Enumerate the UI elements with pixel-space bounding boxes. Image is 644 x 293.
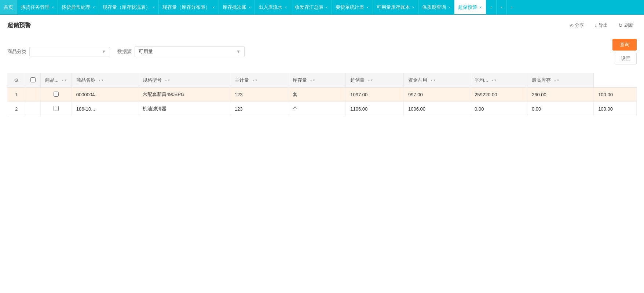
nav-item-batch[interactable]: 库存批次账 × — [219, 0, 255, 15]
col-header-capital: 资金占用 ▲▼ — [403, 73, 470, 88]
query-button[interactable]: 查询 — [612, 39, 637, 51]
table-header-row: ⚙ 商品... ▲▼ 商品名称 ▲▼ 规格型号 ▲▼ 主计 — [7, 73, 637, 88]
row-spec-1: 123 — [230, 102, 288, 116]
page-title: 超储预警 — [7, 22, 31, 29]
category-label: 商品分类 — [7, 48, 26, 55]
row-check-0[interactable] — [40, 88, 72, 102]
share-icon: ⎋ — [570, 22, 573, 28]
row-capital-1: 0.00 — [470, 102, 527, 116]
row-max-0: 100.00 — [594, 88, 637, 102]
row-avg-1: 0.00 — [527, 102, 593, 116]
col-header-check — [26, 73, 40, 88]
nav-item-stock-dist[interactable]: 现存量（库存分布表） × — [159, 0, 219, 15]
col-header-spec: 规格型号 ▲▼ — [138, 73, 230, 88]
table-row: 2 186-10... 机油滤清器 123 个 1106.00 1006.00 … — [7, 102, 637, 116]
category-select[interactable]: ▼ — [29, 47, 110, 56]
close-icon-task-mgmt[interactable]: × — [52, 5, 54, 10]
datasource-label: 数据源 — [117, 48, 132, 55]
data-table: ⚙ 商品... ▲▼ 商品名称 ▲▼ 规格型号 ▲▼ 主计 — [7, 73, 637, 116]
nav-label-overstock: 超储预警 — [458, 4, 477, 11]
export-label: 导出 — [599, 22, 608, 29]
col-header-gear: ⚙ — [7, 73, 26, 88]
category-dropdown-arrow: ▼ — [102, 49, 106, 54]
row-gear-1 — [26, 102, 40, 116]
row-checkbox-0[interactable] — [54, 92, 59, 97]
row-spec-0: 123 — [230, 88, 288, 102]
sort-arrows-code[interactable]: ▲▼ — [61, 79, 67, 82]
row-unit-1: 个 — [288, 102, 346, 116]
row-num-1: 2 — [7, 102, 26, 116]
nav-item-overstock[interactable]: 超储预警 × — [454, 0, 486, 15]
sort-arrows-unit[interactable]: ▲▼ — [252, 79, 257, 82]
nav-label-expiry: 保质期查询 — [422, 4, 446, 11]
close-icon-available[interactable]: × — [412, 5, 414, 10]
nav-item-stock-status[interactable]: 现存量（库存状况表） × — [99, 0, 159, 15]
row-overstock-1: 1006.00 — [403, 102, 470, 116]
share-button[interactable]: ⎋ 分享 — [567, 21, 587, 30]
export-button[interactable]: ↓ 导出 — [592, 21, 611, 30]
filter-row: 商品分类 ▼ 数据源 可用量 ▼ 查询 设置 — [7, 36, 637, 67]
row-checkbox-1[interactable] — [54, 106, 59, 111]
nav-label-available: 可用量库存账本 — [377, 4, 410, 11]
sort-arrows-overstock[interactable]: ▲▼ — [367, 79, 373, 82]
col-header-overstock: 超储量 ▲▼ — [346, 73, 404, 88]
nav-item-order-stats[interactable]: 要货单统计表 × — [332, 0, 373, 15]
page-header: 超储预警 ⎋ 分享 ↓ 导出 ↻ 刷新 — [7, 21, 637, 30]
nav-item-task-mgmt[interactable]: 拣货任务管理 × — [17, 0, 58, 15]
row-name-0: 六配套新昌490BPG — [138, 88, 230, 102]
nav-item-expiry[interactable]: 保质期查询 × — [418, 0, 454, 15]
col-header-max-stock: 最高库存 ▲▼ — [527, 73, 593, 88]
sort-arrows-avg[interactable]: ▲▼ — [491, 79, 497, 82]
sort-arrows-name[interactable]: ▲▼ — [98, 79, 104, 82]
row-code-1: 186-10... — [72, 102, 138, 116]
share-label: 分享 — [575, 22, 584, 29]
table-row: 1 0000004 六配套新昌490BPG 123 套 1097.00 997.… — [7, 88, 637, 102]
close-icon-batch[interactable]: × — [249, 5, 251, 10]
row-num-0: 1 — [7, 88, 26, 102]
close-icon-flow[interactable]: × — [285, 5, 287, 10]
nav-label-flow: 出入库流水 — [259, 4, 282, 11]
top-navigation: 首页 拣货任务管理 × 拣货异常处理 × 现存量（库存状况表） × 现存量（库存… — [0, 0, 644, 15]
close-icon-overstock[interactable]: × — [479, 5, 482, 10]
refresh-icon: ↻ — [618, 22, 623, 28]
nav-label-summary: 收发存汇总表 — [295, 4, 323, 11]
nav-label-abnormal: 拣货异常处理 — [62, 4, 90, 11]
row-unit-0: 套 — [288, 88, 346, 102]
settings-gear-icon[interactable]: ⚙ — [14, 77, 19, 83]
close-icon-abnormal[interactable]: × — [92, 5, 95, 10]
col-header-stock: 库存量 ▲▼ — [288, 73, 346, 88]
row-capital-0: 259220.00 — [470, 88, 527, 102]
col-header-product-code: 商品... ▲▼ — [40, 73, 72, 88]
close-icon-stock-status[interactable]: × — [153, 5, 155, 10]
filter-datasource: 数据源 可用量 ▼ — [117, 46, 245, 57]
nav-item-available[interactable]: 可用量库存账本 × — [373, 0, 418, 15]
close-icon-stock-dist[interactable]: × — [212, 5, 215, 10]
refresh-button[interactable]: ↻ 刷新 — [615, 21, 637, 30]
close-icon-order-stats[interactable]: × — [366, 5, 369, 10]
settings-button[interactable]: 设置 — [615, 53, 637, 64]
nav-arrow-more[interactable]: › — [506, 0, 517, 15]
nav-item-summary[interactable]: 收发存汇总表 × — [291, 0, 332, 15]
nav-item-home[interactable]: 首页 — [0, 0, 17, 15]
row-stock-1: 1106.00 — [346, 102, 404, 116]
close-icon-summary[interactable]: × — [326, 5, 328, 10]
close-icon-expiry[interactable]: × — [448, 5, 450, 10]
nav-label-batch: 库存批次账 — [223, 4, 246, 11]
datasource-value: 可用量 — [139, 48, 153, 55]
export-icon: ↓ — [594, 22, 597, 28]
select-all-checkbox[interactable] — [30, 77, 36, 82]
nav-label-home: 首页 — [4, 4, 13, 11]
sort-arrows-stock[interactable]: ▲▼ — [310, 79, 315, 82]
nav-item-abnormal[interactable]: 拣货异常处理 × — [58, 0, 99, 15]
nav-item-flow[interactable]: 出入库流水 × — [255, 0, 291, 15]
filter-buttons: 查询 设置 — [612, 39, 637, 64]
row-check-1[interactable] — [40, 102, 72, 116]
filter-category: 商品分类 ▼ — [7, 47, 110, 56]
nav-arrow-right[interactable]: › — [496, 0, 506, 15]
sort-arrows-max[interactable]: ▲▼ — [554, 79, 560, 82]
sort-arrows-capital[interactable]: ▲▼ — [430, 79, 436, 82]
sort-arrows-spec[interactable]: ▲▼ — [165, 79, 171, 82]
nav-arrow-left[interactable]: ‹ — [486, 0, 496, 15]
row-avg-0: 260.00 — [527, 88, 593, 102]
datasource-select[interactable]: 可用量 ▼ — [135, 46, 245, 57]
